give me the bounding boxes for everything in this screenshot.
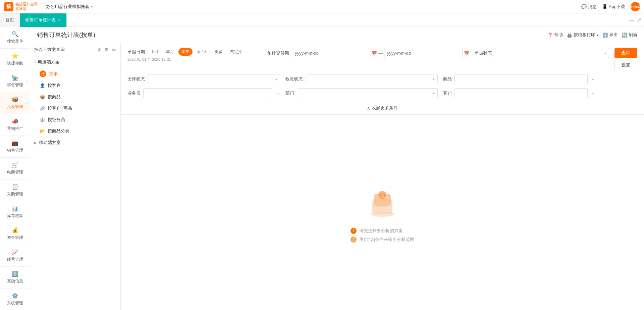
app-download-action[interactable]: 📱 App下载: [602, 4, 625, 10]
help-button[interactable]: ❓ 帮助: [547, 32, 563, 38]
sidebar-item-operations[interactable]: 📈 经营管理: [0, 245, 30, 267]
sidebar-item-marketing[interactable]: 📣 营销推广: [0, 114, 30, 136]
refresh-icon: 🔄: [622, 33, 627, 38]
sidebar-item-search[interactable]: 🔍 搜索菜单: [0, 27, 30, 49]
tab-home[interactable]: 首页: [0, 13, 20, 27]
export-button[interactable]: ⬇️ 导出: [602, 32, 618, 38]
query-button[interactable]: 查询: [614, 48, 637, 58]
scheme-item-by-order[interactable]: 按 按单: [30, 68, 120, 80]
doc-status-select[interactable]: ▾: [495, 48, 609, 58]
logo-icon: 畅: [4, 2, 13, 11]
sidebar-item-wholesale[interactable]: 📦 批发管理 ▴: [0, 92, 30, 114]
tab-sales-order[interactable]: 销售订单统计表 ✕: [20, 13, 67, 27]
date-btn-more[interactable]: 更多: [212, 48, 226, 56]
filter-row-3: 业务员 ··· 部门 ▾: [127, 88, 637, 98]
empty-tips: 1 请先选择要分析的方案 2 用[过滤]条件来缩小分析范围: [351, 228, 414, 243]
product-input[interactable]: [454, 74, 588, 84]
action-buttons: 查询 设置: [614, 48, 637, 70]
user-profile[interactable]: demo2: [631, 2, 640, 11]
sidebar-item-system[interactable]: ⚙️ 系统管理: [0, 289, 30, 310]
delivery-from-input[interactable]: [292, 48, 370, 58]
scheme-customer-icon: 👤: [40, 83, 45, 88]
sidebar-item-inventory[interactable]: 📊 库存核算: [0, 201, 30, 223]
app-selector[interactable]: 办公用品行业模拟账套 ▾: [42, 4, 93, 10]
sidebar-item-quick-nav[interactable]: ⭐ 快捷导航: [0, 49, 30, 70]
date-quick-buttons: 上月 本月 本年 近7天 更多 自定义: [148, 48, 245, 56]
date-btn-7days[interactable]: 近7天: [194, 48, 210, 56]
collapse-scheme-icon[interactable]: ≪: [111, 47, 116, 52]
tab-minimize-icon[interactable]: —: [629, 17, 634, 23]
sidebar-item-ecommerce[interactable]: 🛒 电商管理: [0, 158, 30, 179]
salesperson-dots-icon[interactable]: ···: [276, 91, 280, 96]
sidebar-item-finance[interactable]: 💰 资金管理: [0, 223, 30, 245]
refresh-button[interactable]: 🔄 刷新: [622, 32, 637, 38]
settings-button[interactable]: 设置: [614, 60, 637, 70]
empty-tip-1: 1 请先选择要分析的方案: [351, 228, 414, 234]
payment-status-select[interactable]: ▾: [306, 74, 438, 84]
sidebar-item-basic-info[interactable]: ℹ️ 基础信息: [0, 267, 30, 289]
scheme-group-pc-header[interactable]: ▾ 电脑端方案: [30, 56, 120, 68]
customer-input[interactable]: [454, 88, 588, 98]
delivery-filter-group: 预计交货期 📅 — 📅: [267, 48, 469, 58]
scheme-item-by-product[interactable]: 📦 按商品: [30, 91, 120, 103]
empty-state: 1 请先选择要分析的方案 2 用[过滤]条件来缩小分析范围: [121, 115, 644, 310]
date-btn-this-month[interactable]: 本月: [163, 48, 177, 56]
delivery-to-input[interactable]: [384, 48, 463, 58]
svg-rect-6: [376, 203, 389, 204]
salesperson-filter-group: 业务员 ···: [127, 88, 280, 98]
date-range-text: 2023-01-01 至 2023-12-31: [127, 57, 171, 62]
department-select[interactable]: ▾: [297, 88, 438, 98]
scheme-category-icon: 📂: [40, 128, 45, 134]
collapse-bar[interactable]: ∧ 收起更多条件: [121, 102, 644, 115]
customer-dots-icon[interactable]: ···: [592, 91, 596, 96]
add-scheme-icon[interactable]: ⊕: [98, 47, 102, 52]
date-filter-group: 单据日期 上月 本月 本年 近7天 更多 自定义: [127, 48, 262, 62]
product-dots-icon[interactable]: ···: [592, 76, 596, 82]
retail-icon: 🏪: [12, 74, 18, 81]
scheme-item-by-salesperson[interactable]: 👔 按业务员: [30, 114, 120, 125]
department-filter-group: 部门 ▾: [285, 88, 438, 98]
date-btn-this-year[interactable]: 本年: [178, 48, 193, 56]
date-btn-custom[interactable]: 自定义: [227, 48, 245, 56]
tab-close-icon[interactable]: ✕: [58, 18, 61, 22]
date-btn-last-month[interactable]: 上月: [148, 48, 162, 56]
topbar-right: 💬 消息 📱 App下载 demo2: [581, 2, 640, 11]
scheme-item-by-customer[interactable]: 👤 按客户: [30, 80, 120, 91]
settings-scheme-icon[interactable]: ⚙: [104, 47, 109, 52]
finance-icon: 💰: [12, 227, 18, 234]
help-icon: ❓: [547, 33, 553, 38]
sidebar-item-purchase[interactable]: 📋 采购管理: [0, 179, 30, 201]
delivery-label: 预计交货期: [267, 50, 289, 56]
salesperson-input[interactable]: [143, 88, 272, 98]
scheme-item-by-customer-product[interactable]: 🔗 按客户+商品: [30, 103, 120, 114]
filter-section: 单据日期 上月 本月 本年 近7天 更多 自定义: [121, 43, 644, 102]
group-expand-icon: ▶: [34, 141, 37, 145]
sidebar-item-sales[interactable]: 💼 销售管理: [0, 136, 30, 158]
shipping-status-select[interactable]: ▾: [148, 74, 280, 84]
chevron-right-icon: ▾: [26, 80, 28, 83]
svg-point-3: [378, 191, 386, 199]
svg-point-5: [384, 195, 385, 196]
scheme-panel-header: 按以下方案查询 ⊕ ⚙ ≪: [30, 43, 120, 56]
tip-num-2: 2: [351, 237, 357, 243]
scheme-item-by-category[interactable]: 📂 按商品分类: [30, 125, 120, 137]
salesperson-label: 业务员: [127, 90, 141, 96]
print-icon: 🖨️: [567, 33, 572, 38]
tabbar: 首页 销售订单统计表 ✕ — ⤢: [0, 13, 644, 27]
scheme-group-mobile-header[interactable]: ▶ 移动端方案: [30, 137, 120, 148]
right-content: 单据日期 上月 本月 本年 近7天 更多 自定义: [121, 43, 644, 310]
filter-row-1: 单据日期 上月 本月 本年 近7天 更多 自定义: [127, 48, 637, 70]
sidebar-item-retail[interactable]: 🏪 零售管理 ▾: [0, 70, 30, 92]
message-action[interactable]: 💬 消息: [581, 4, 597, 10]
message-icon: 💬: [581, 4, 587, 9]
delivery-calendar-icon: 📅: [372, 51, 377, 56]
payment-chevron-icon: ▾: [433, 78, 435, 81]
department-label: 部门: [285, 90, 294, 96]
print-button[interactable]: 🖨️ 按模板打印 ▾: [567, 32, 598, 38]
product-label: 商品: [443, 76, 452, 82]
svg-point-4: [380, 195, 381, 196]
scheme-panel-title: 按以下方案查询: [34, 47, 95, 53]
tab-expand-icon[interactable]: ⤢: [637, 17, 641, 23]
topbar: 畅 畅捷通好生意 标准版 办公用品行业模拟账套 ▾ 💬 消息 📱 App下载 d…: [0, 0, 644, 13]
delivery-calendar2-icon: 📅: [464, 51, 469, 56]
